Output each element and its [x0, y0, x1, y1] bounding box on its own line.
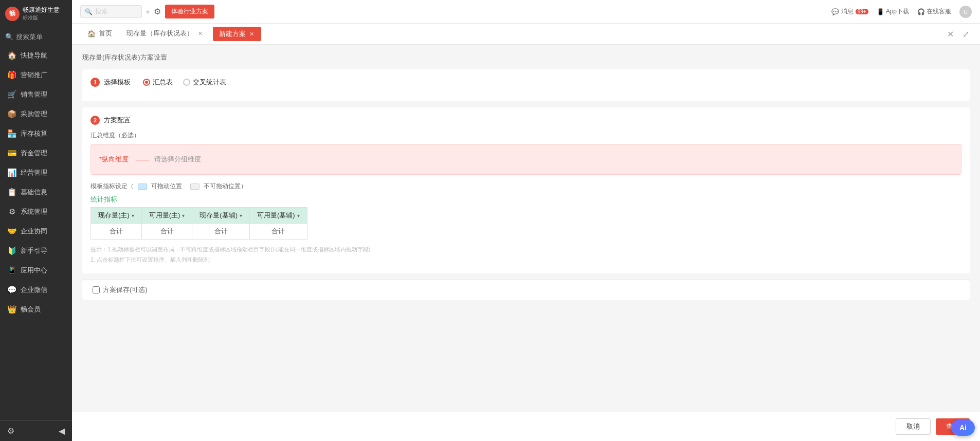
legend-draggable-box — [138, 183, 147, 190]
step1-badge: 1 — [90, 78, 100, 87]
col-header-0[interactable]: 现存量(主) ▾ — [91, 208, 142, 224]
app-edition: 标准版 — [23, 14, 60, 22]
tabs-bar: 🏠 首页 现存量（库存状况表） ✕ 新建方案 ✕ ✕ ⤢ — [72, 24, 980, 45]
col-header-2[interactable]: 现存量(基辅) ▾ — [192, 208, 250, 224]
tab-new-plan-close[interactable]: ✕ — [248, 30, 255, 38]
sidebar-item-inventory[interactable]: 🏪 库存核算 — [0, 124, 72, 143]
step2-title: 方案配置 — [104, 116, 131, 125]
enterprise-icon: 🤝 — [7, 227, 16, 236]
marketing-icon: 🎁 — [7, 70, 16, 80]
member-icon: 👑 — [7, 305, 16, 314]
message-icon: 💬 — [831, 8, 839, 15]
logo-icon: 畅 — [5, 7, 20, 21]
sidebar-item-quick-nav[interactable]: 🏠 快捷导航 — [0, 46, 72, 65]
sidebar-search[interactable]: 🔍 搜索菜单 — [0, 28, 72, 46]
close-tab-icon[interactable]: ✕ — [944, 28, 956, 40]
col-header-1[interactable]: 可用量(主) ▾ — [141, 208, 192, 224]
radio-summary[interactable]: 汇总表 — [143, 78, 173, 87]
sidebar-item-sales[interactable]: 🛒 销售管理 — [0, 85, 72, 104]
search-dropdown-icon[interactable]: ▾ — [146, 8, 150, 16]
sidebar-item-operations[interactable]: 📊 经营管理 — [0, 163, 72, 182]
tab-inventory-status[interactable]: 现存量（库存状况表） ✕ — [119, 24, 211, 44]
cell-0-3: 合计 — [250, 224, 307, 240]
cell-0-1: 合计 — [141, 224, 192, 240]
table-row: 合计 合计 合计 合计 — [91, 224, 307, 240]
col-chevron-0: ▾ — [132, 213, 134, 218]
content-area: 现存量(库存状况表)方案设置 1 选择模板 汇总表 交叉统计表 — [72, 45, 980, 412]
stats-table: 现存量(主) ▾ 可用量(主) ▾ 现存量(基辅 — [90, 207, 307, 240]
expand-icon[interactable]: ⤢ — [959, 28, 972, 40]
dimension-required-label: *纵向维度 — [99, 155, 129, 164]
sidebar: 畅 畅康通好生意 标准版 🔍 搜索菜单 🏠 快捷导航 🎁 营销推广 🛒 销售管理… — [0, 0, 72, 441]
tab-home[interactable]: 🏠 首页 — [80, 24, 119, 44]
main-area: 🔍 搜索 ▾ ⚙ 体验行业方案 💬 消息 99+ 📱 App下载 🎧 在线客服 — [72, 0, 980, 441]
wechat-icon: 💬 — [7, 285, 16, 295]
sidebar-item-finance[interactable]: 💳 资金管理 — [0, 143, 72, 163]
home-icon: 🏠 — [87, 30, 96, 38]
radio-summary-dot — [143, 79, 150, 86]
operations-icon: 📊 — [7, 168, 16, 177]
cell-0-0: 合计 — [91, 224, 142, 240]
cancel-button[interactable]: 取消 — [896, 418, 931, 435]
headset-icon: 🎧 — [917, 8, 925, 15]
topbar-message[interactable]: 💬 消息 99+ — [831, 7, 868, 16]
new-guide-icon: 🔰 — [7, 246, 16, 255]
save-plan-checkbox[interactable] — [93, 286, 100, 293]
stats-label: 统计指标 — [90, 195, 961, 204]
cell-0-2: 合计 — [192, 224, 250, 240]
collapse-btn[interactable]: ◀ — [59, 426, 65, 436]
system-icon: ⚙ — [7, 207, 16, 216]
page-title: 现存量(库存状况表)方案设置 — [82, 53, 970, 62]
col-header-3[interactable]: 可用量(基辅) ▾ — [250, 208, 307, 224]
message-badge: 99+ — [856, 9, 868, 14]
topbar-search[interactable]: 🔍 搜索 — [80, 5, 142, 18]
sales-icon: 🛒 — [7, 90, 16, 99]
sidebar-item-enterprise[interactable]: 🤝 企业协同 — [0, 222, 72, 241]
footer-bar: 取消 查询 — [72, 412, 980, 441]
purchase-icon: 📦 — [7, 109, 16, 119]
tabs-controls: ✕ ⤢ — [944, 28, 972, 40]
settings-icon[interactable]: ⚙ — [7, 426, 14, 436]
dimension-box: *纵向维度 —— 请选择分组维度 — [90, 144, 961, 175]
topbar-user[interactable]: U — [959, 6, 972, 18]
sidebar-logo: 畅 畅康通好生意 标准版 — [0, 0, 72, 28]
phone-icon: 📱 — [877, 8, 884, 15]
online-service-btn[interactable]: 🎧 在线客服 — [917, 7, 951, 16]
sidebar-item-app-center[interactable]: 📱 应用中心 — [0, 261, 72, 280]
sidebar-footer: ⚙ ◀ — [0, 420, 72, 441]
tips-box: 提示：1.拖动标题栏可以调整布局，不可跨维度或指标区域拖动栏目字段(只能在同一维… — [90, 245, 961, 265]
sidebar-item-member[interactable]: 👑 畅会员 — [0, 300, 72, 319]
indicator-legend-row: 模板指标设定（ 可拖动位置 不可拖动位置） — [90, 182, 961, 191]
sidebar-item-wechat[interactable]: 💬 企业微信 — [0, 280, 72, 300]
sidebar-item-marketing[interactable]: 🎁 营销推广 — [0, 65, 72, 85]
radio-cross[interactable]: 交叉统计表 — [183, 78, 226, 87]
tip-1: 提示：1.拖动标题栏可以调整布局，不可跨维度或指标区域拖动栏目字段(只能在同一维… — [90, 245, 961, 255]
step1-title: 选择模板 — [104, 78, 131, 87]
topbar: 🔍 搜索 ▾ ⚙ 体验行业方案 💬 消息 99+ 📱 App下载 🎧 在线客服 — [72, 0, 980, 24]
dimension-hint[interactable]: 请选择分组维度 — [154, 155, 201, 164]
sidebar-item-new-guide[interactable]: 🔰 新手引导 — [0, 241, 72, 261]
topbar-settings-icon[interactable]: ⚙ — [154, 7, 161, 16]
tab-inventory-status-close[interactable]: ✕ — [196, 30, 204, 37]
quick-nav-icon: 🏠 — [7, 51, 16, 60]
ai-float-button[interactable]: Ai — [951, 419, 975, 436]
sidebar-item-purchase[interactable]: 📦 采购管理 — [0, 104, 72, 124]
sidebar-item-basic-info[interactable]: 📋 基础信息 — [0, 182, 72, 202]
tip-2: 2. 点击标题栏下拉可设置排序、插入列和删除列 — [90, 255, 961, 265]
search-icon: 🔍 — [5, 33, 13, 41]
industry-btn[interactable]: 体验行业方案 — [165, 5, 214, 19]
sidebar-item-system[interactable]: ⚙ 系统管理 — [0, 202, 72, 222]
col-chevron-3: ▾ — [297, 213, 300, 218]
tab-new-plan[interactable]: 新建方案 ✕ — [213, 27, 261, 41]
search-icon: 🔍 — [85, 8, 93, 15]
app-name: 畅康通好生意 — [23, 6, 60, 14]
aggregation-label: 汇总维度（必选） — [90, 131, 961, 140]
step1-section: 1 选择模板 汇总表 交叉统计表 — [82, 69, 970, 101]
save-plan-row: 方案保存(可选) — [82, 280, 970, 300]
dimension-separator: —— — [136, 156, 149, 163]
step2-badge: 2 — [90, 116, 100, 125]
app-download-btn[interactable]: 📱 App下载 — [877, 7, 909, 16]
template-radio-group: 汇总表 交叉统计表 — [143, 78, 226, 87]
col-chevron-2: ▾ — [240, 213, 242, 218]
finance-icon: 💳 — [7, 149, 16, 158]
